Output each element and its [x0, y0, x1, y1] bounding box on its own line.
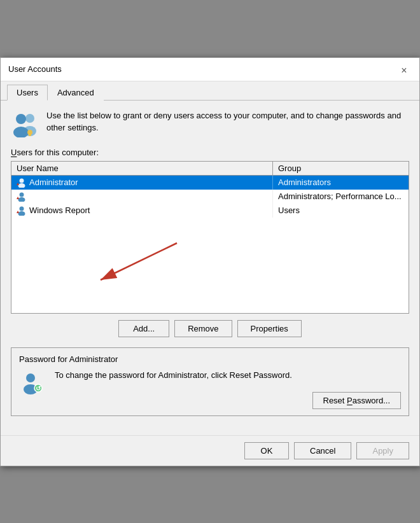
properties-button[interactable]: Properties	[237, 320, 302, 337]
title-bar: User Accounts ×	[1, 58, 419, 81]
svg-point-6	[20, 178, 24, 183]
user-action-buttons: Add... Remove Properties	[11, 320, 409, 337]
col-username: User Name	[11, 162, 273, 175]
tab-bar: Users Advanced	[1, 81, 419, 101]
svg-rect-5	[29, 133, 31, 136]
password-section: Password for Administrator ↺ To change t…	[11, 347, 409, 416]
user-icon	[17, 206, 27, 216]
cell-group: Administrators; Performance Lo...	[273, 190, 409, 203]
svg-text:↺: ↺	[36, 385, 41, 392]
table-row[interactable]: Administrator Administrators	[11, 176, 409, 190]
cell-username: Administrator	[11, 176, 273, 190]
svg-marker-14	[17, 211, 19, 213]
main-content: Use the list below to grant or deny user…	[1, 101, 419, 435]
svg-point-0	[25, 114, 34, 123]
users-icon	[11, 109, 39, 137]
password-icon: ↺	[19, 369, 47, 397]
table-header: User Name Group	[11, 162, 409, 176]
info-section: Use the list below to grant or deny user…	[11, 109, 409, 137]
svg-point-10	[18, 197, 25, 202]
remove-button[interactable]: Remove	[174, 320, 232, 337]
cell-group: Administrators	[273, 176, 409, 189]
apply-button[interactable]: Apply	[356, 442, 409, 459]
users-icon-svg	[11, 109, 39, 137]
col-group: Group	[273, 162, 409, 175]
user-icon	[17, 192, 27, 202]
close-button[interactable]: ×	[396, 63, 412, 78]
table-row[interactable]: Windows Report Users	[11, 204, 409, 218]
window-title: User Accounts	[8, 64, 62, 79]
tab-advanced[interactable]: Advanced	[48, 85, 104, 101]
users-section-label: Users for this computer:	[11, 148, 409, 157]
arrow-annotation	[50, 237, 190, 288]
password-section-title: Password for Administrator	[19, 354, 401, 364]
password-text: To change the password for Administrator…	[55, 369, 305, 382]
cell-group: Users	[273, 204, 409, 217]
svg-marker-11	[17, 197, 19, 199]
table-row[interactable]: Administrators; Performance Lo...	[11, 190, 409, 204]
cancel-button[interactable]: Cancel	[294, 442, 351, 459]
svg-point-12	[20, 206, 24, 211]
user-table: User Name Group Administrator Administra…	[11, 161, 409, 314]
svg-point-9	[20, 192, 24, 197]
info-text: Use the list below to grant or deny user…	[46, 109, 409, 134]
cell-username: Windows Report	[11, 204, 273, 218]
svg-marker-8	[17, 183, 19, 185]
cell-username	[11, 190, 273, 204]
tab-users[interactable]: Users	[7, 85, 48, 101]
svg-point-2	[16, 114, 26, 124]
reset-password-button[interactable]: Reset Password...	[312, 392, 402, 409]
user-icon	[17, 178, 27, 188]
svg-line-16	[101, 243, 177, 280]
user-accounts-dialog: User Accounts × Users Advanced	[0, 57, 420, 466]
add-button[interactable]: Add...	[118, 320, 169, 337]
ok-button[interactable]: OK	[244, 442, 289, 459]
bottom-bar: OK Cancel Apply	[1, 435, 419, 466]
svg-point-17	[26, 373, 35, 382]
svg-point-7	[18, 183, 25, 188]
svg-point-13	[18, 211, 25, 216]
